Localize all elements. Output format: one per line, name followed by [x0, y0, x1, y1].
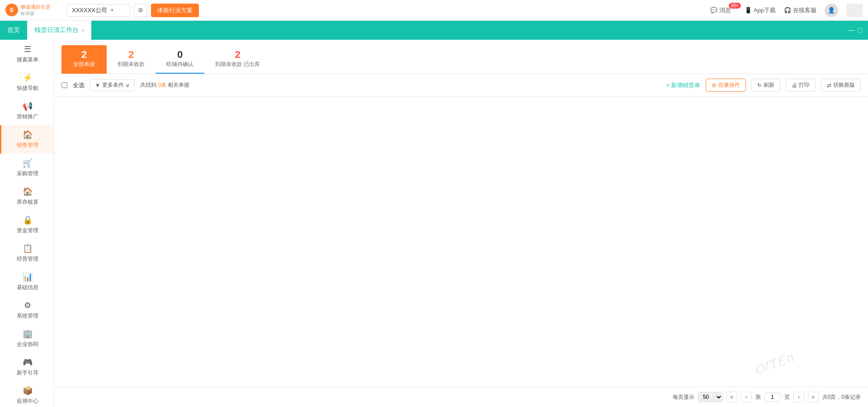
batch-operation-button[interactable]: ⚙ 批量操作 — [706, 79, 746, 92]
sidebar-item-system[interactable]: ⚙ 系统管理 — [0, 296, 54, 324]
system-icon: ⚙ — [24, 300, 31, 310]
company-name: XXXXXX公司 — [72, 6, 107, 14]
last-page-button[interactable]: » — [808, 392, 819, 402]
inventory-icon: 🏠 — [23, 187, 33, 196]
main-layout: ☰ 搜索菜单 ⚡ 快捷导航 📢 营销推广 🏠 销售管理 🛒 采购管理 🏠 库存核… — [0, 40, 868, 407]
overdue-count: 2 — [128, 49, 134, 61]
sidebar-quick-nav-label: 快捷导航 — [17, 84, 38, 92]
summary-tabs: 2 全部单据 2 到期未收款 0 旺辅待确认 2 到期未收款 已出库 — [54, 40, 868, 74]
logo-icon: 6 — [5, 4, 18, 16]
operation-icon: 📋 — [23, 243, 33, 253]
print-icon: 🖨 — [792, 82, 797, 89]
avatar[interactable]: 👤 — [825, 4, 838, 17]
sidebar-system-label: 系统管理 — [17, 312, 38, 320]
pagination-bar: 每页显示 50 100 200 « ‹ 第 页 › » 共0页，0条记录 — [54, 387, 868, 407]
next-page-button[interactable]: › — [793, 392, 804, 402]
app-download-label: App下载 — [754, 6, 776, 14]
first-page-button[interactable]: « — [726, 392, 737, 402]
sidebar-item-finance[interactable]: 🔒 资金管理 — [0, 211, 54, 239]
per-page-select[interactable]: 50 100 200 — [698, 392, 723, 402]
message-badge: 99+ — [729, 3, 741, 9]
prev-page-button[interactable]: ‹ — [741, 392, 752, 402]
settings-button[interactable]: ⚙ — [134, 4, 147, 17]
print-button[interactable]: 🖨 打印 — [786, 79, 816, 92]
sidebar-item-sales[interactable]: 🏠 销售管理 — [0, 125, 54, 154]
sidebar-cooperation-label: 企业协同 — [17, 341, 38, 348]
tab-home[interactable]: 首页 — [0, 21, 27, 40]
summary-tab-all[interactable]: 2 全部单据 — [61, 45, 107, 74]
pending-count: 0 — [177, 49, 183, 61]
all-label: 全部单据 — [73, 61, 95, 68]
sidebar-item-quick-nav[interactable]: ⚡ 快捷导航 — [0, 68, 54, 97]
switch-icon: ⇄ — [827, 82, 831, 89]
page-number-input[interactable] — [764, 393, 781, 402]
select-all-checkbox[interactable] — [61, 82, 67, 88]
tab-bar: 首页 钱货日清工作台 × — □ — [0, 21, 868, 40]
tab-close-icon[interactable]: × — [81, 28, 84, 33]
tab-home-label: 首页 — [7, 26, 20, 34]
filter-icon: ▼ — [95, 82, 100, 89]
window-expand-icon[interactable]: □ — [858, 26, 863, 34]
user-name-area[interactable] — [846, 4, 863, 17]
marketing-icon: 📢 — [23, 101, 33, 111]
switch-version-button[interactable]: ⇄ 切换新版 — [821, 79, 861, 92]
all-count: 2 — [81, 49, 87, 61]
sidebar-item-app-center[interactable]: 📦 应用中心 — [0, 381, 54, 407]
batch-label: 批量操作 — [718, 81, 740, 89]
dropdown-arrow-icon: ▼ — [110, 8, 114, 13]
headset-icon: 🎧 — [784, 7, 791, 14]
switch-label: 切换新版 — [833, 81, 855, 89]
top-header: 6 畅捷通好生意 标准版 XXXXXX公司 ▼ ⚙ 体验行业方案 💬 消息 99… — [0, 0, 868, 21]
tab-workbench[interactable]: 钱货日清工作台 × — [27, 21, 91, 40]
toolbar: 全选 ▼ 更多条件 ∨ 共找到 0条 相关单据 + 新增销货单 ⚙ — [54, 74, 868, 97]
message-button[interactable]: 💬 消息 99+ — [710, 6, 736, 14]
sidebar-sales-label: 销售管理 — [17, 141, 38, 149]
message-icon: 💬 — [710, 7, 717, 14]
shipped-count: 2 — [235, 49, 241, 61]
online-service-button[interactable]: 🎧 在线客服 — [784, 6, 816, 14]
summary-tab-shipped[interactable]: 2 到期未收款 已出库 — [204, 45, 271, 74]
finance-icon: 🔒 — [23, 215, 33, 225]
sales-icon: 🏠 — [23, 130, 33, 140]
refresh-icon: ↻ — [757, 82, 762, 89]
logo-area: 6 畅捷通好生意 标准版 — [5, 4, 60, 16]
sidebar-item-search-menu[interactable]: ☰ 搜索菜单 — [0, 40, 54, 68]
page-suffix-label: 页 — [784, 393, 790, 401]
sidebar: ☰ 搜索菜单 ⚡ 快捷导航 📢 营销推广 🏠 销售管理 🛒 采购管理 🏠 库存核… — [0, 40, 54, 407]
sidebar-item-inventory[interactable]: 🏠 库存核算 — [0, 182, 54, 211]
sidebar-operation-label: 经营管理 — [17, 255, 38, 263]
logo-sub: 标准版 — [21, 10, 51, 17]
toolbar-left: 全选 ▼ 更多条件 ∨ 共找到 0条 相关单据 — [61, 79, 660, 91]
sidebar-item-basic-info[interactable]: 📊 基础信息 — [0, 267, 54, 296]
filter-button[interactable]: ▼ 更多条件 ∨ — [90, 79, 135, 91]
sidebar-item-purchase[interactable]: 🛒 采购管理 — [0, 154, 54, 182]
sidebar-inventory-label: 库存核算 — [17, 198, 38, 206]
sidebar-item-guide[interactable]: 🎮 新手引导 — [0, 353, 54, 381]
refresh-label: 刷新 — [764, 81, 774, 89]
refresh-button[interactable]: ↻ 刷新 — [751, 79, 780, 92]
basic-info-icon: 📊 — [23, 272, 33, 282]
page-prefix-label: 第 — [755, 393, 761, 401]
sidebar-app-center-label: 应用中心 — [17, 398, 38, 405]
trial-button[interactable]: 体验行业方案 — [151, 4, 199, 17]
sidebar-item-cooperation[interactable]: 🏢 企业协同 — [0, 324, 54, 353]
window-minimize-icon[interactable]: — — [847, 26, 854, 34]
sidebar-item-operation[interactable]: 📋 经营管理 — [0, 239, 54, 267]
guide-icon: 🎮 — [23, 357, 33, 367]
gear-icon: ⚙ — [138, 7, 143, 14]
toolbar-right: + 新增销货单 ⚙ 批量操作 ↻ 刷新 🖨 打印 ⇄ 切换新版 — [666, 79, 861, 92]
app-center-icon: 📦 — [23, 386, 33, 396]
sidebar-purchase-label: 采购管理 — [17, 170, 38, 178]
total-label: 共0页，0条记录 — [822, 393, 861, 401]
pending-label: 旺辅待确认 — [166, 61, 193, 68]
company-selector[interactable]: XXXXXX公司 ▼ — [67, 4, 130, 17]
add-sale-order-button[interactable]: + 新增销货单 — [666, 81, 700, 89]
app-download-button[interactable]: 📱 App下载 — [745, 6, 776, 14]
sidebar-item-marketing[interactable]: 📢 营销推广 — [0, 97, 54, 125]
select-all-label: 全选 — [73, 81, 85, 89]
sidebar-guide-label: 新手引导 — [17, 369, 38, 377]
summary-tab-overdue[interactable]: 2 到期未收款 — [107, 45, 156, 74]
purchase-icon: 🛒 — [23, 158, 33, 168]
tab-bar-actions: — □ — [847, 26, 868, 34]
summary-tab-pending[interactable]: 0 旺辅待确认 — [156, 45, 204, 74]
